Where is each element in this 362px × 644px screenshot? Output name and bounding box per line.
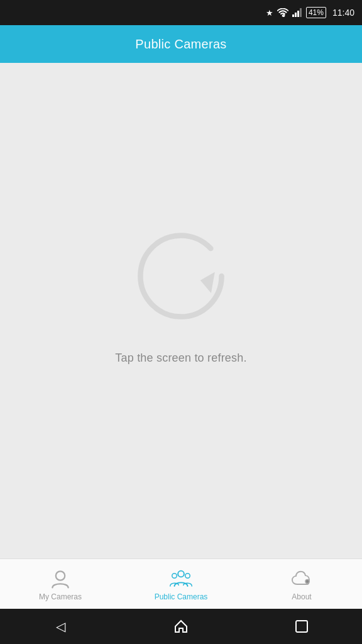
app-bar: Public Cameras: [0, 25, 362, 63]
nav-label-my-cameras: My Cameras: [39, 592, 82, 601]
status-bar: ★ 41% 11:40: [0, 0, 362, 25]
status-time: 11:40: [332, 8, 354, 18]
app-bar-title: Public Cameras: [135, 37, 226, 52]
system-nav-bar: ◁: [0, 609, 362, 644]
svg-marker-6: [199, 269, 215, 292]
wifi-icon: [277, 8, 288, 17]
nav-item-public-cameras[interactable]: Public Cameras: [121, 559, 241, 609]
svg-point-0: [282, 15, 284, 17]
svg-rect-1: [292, 14, 294, 17]
bottom-nav: My Cameras Public Cameras About: [0, 558, 362, 609]
svg-rect-3: [297, 11, 299, 17]
svg-point-8: [178, 570, 184, 577]
home-button[interactable]: [165, 611, 197, 642]
nav-label-about: About: [292, 592, 311, 601]
main-content[interactable]: Tap the screen to refresh.: [0, 63, 362, 558]
recents-button[interactable]: [286, 611, 317, 642]
svg-point-7: [56, 571, 65, 580]
svg-rect-2: [295, 13, 297, 17]
svg-point-9: [172, 573, 177, 578]
star-icon: ★: [266, 8, 273, 18]
nav-label-public-cameras: Public Cameras: [155, 592, 208, 601]
svg-rect-13: [296, 621, 307, 632]
svg-rect-4: [300, 8, 302, 17]
svg-point-10: [185, 573, 190, 578]
nav-item-my-cameras[interactable]: My Cameras: [0, 559, 121, 609]
signal-icon: [292, 8, 302, 17]
back-button[interactable]: ◁: [45, 611, 76, 642]
refresh-icon: [124, 219, 238, 333]
nav-item-about[interactable]: About: [241, 559, 362, 609]
svg-point-12: [306, 580, 309, 583]
refresh-text: Tap the screen to refresh.: [115, 352, 246, 365]
battery-icon: 41%: [306, 7, 326, 18]
